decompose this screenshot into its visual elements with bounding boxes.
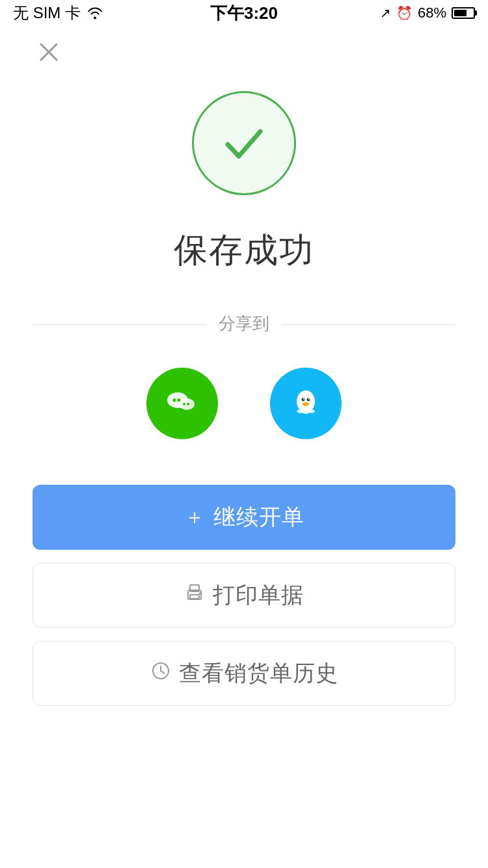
status-right: ↗ ⏰ 68% xyxy=(380,5,475,21)
plus-icon: ＋ xyxy=(184,503,206,532)
carrier-text: 无 SIM 卡 xyxy=(13,3,81,23)
svg-point-17 xyxy=(308,409,315,413)
svg-point-6 xyxy=(183,403,185,405)
svg-point-14 xyxy=(308,398,310,400)
qq-icon xyxy=(286,383,326,424)
close-icon xyxy=(37,40,61,64)
qq-share-button[interactable] xyxy=(270,368,342,439)
share-icons xyxy=(146,368,342,439)
share-section: 分享到 xyxy=(33,312,455,335)
close-button[interactable] xyxy=(33,36,65,68)
svg-line-24 xyxy=(161,671,165,673)
print-label: 打印单据 xyxy=(213,580,304,610)
alarm-icon: ⏰ xyxy=(396,5,413,21)
svg-point-12 xyxy=(307,398,310,401)
main-content: 保存成功 分享到 xyxy=(0,26,488,739)
action-buttons: ＋ 继续开单 打印单据 xyxy=(33,485,455,706)
success-circle xyxy=(192,91,296,195)
checkmark-icon xyxy=(218,117,270,169)
success-title: 保存成功 xyxy=(174,228,314,273)
battery-percent: 68% xyxy=(418,5,446,21)
share-label: 分享到 xyxy=(206,312,282,335)
svg-rect-20 xyxy=(190,595,199,599)
location-icon: ↗ xyxy=(380,5,391,21)
svg-point-21 xyxy=(199,593,201,595)
svg-point-3 xyxy=(173,399,176,402)
battery-fill xyxy=(454,10,467,16)
continue-button[interactable]: ＋ 继续开单 xyxy=(33,485,455,550)
wifi-icon xyxy=(86,7,104,20)
history-label: 查看销货单历史 xyxy=(179,658,338,688)
printer-icon xyxy=(184,582,205,608)
continue-label: 继续开单 xyxy=(213,502,305,532)
wechat-share-button[interactable] xyxy=(146,368,218,439)
print-button[interactable]: 打印单据 xyxy=(33,563,455,628)
carrier-info: 无 SIM 卡 xyxy=(13,3,104,23)
battery-icon xyxy=(452,7,475,19)
svg-point-7 xyxy=(187,403,189,405)
svg-point-16 xyxy=(297,409,303,413)
svg-point-13 xyxy=(303,398,305,400)
clock-icon xyxy=(150,660,171,686)
svg-point-15 xyxy=(303,402,309,406)
status-time: 下午3:20 xyxy=(210,2,278,25)
history-button[interactable]: 查看销货单历史 xyxy=(33,641,455,706)
status-bar: 无 SIM 卡 下午3:20 ↗ ⏰ 68% xyxy=(0,0,488,26)
wechat-icon xyxy=(162,383,202,424)
svg-point-11 xyxy=(302,398,305,401)
